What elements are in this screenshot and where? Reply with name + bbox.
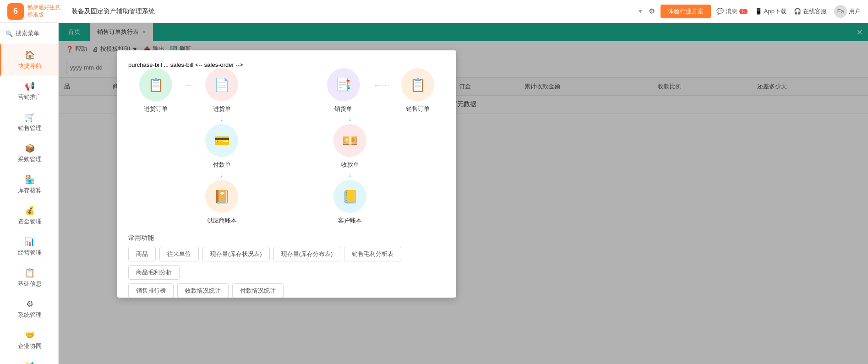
flow-circle-purchase-bill: 📄 (205, 68, 238, 101)
handshake-icon: 🤝 (25, 330, 35, 340)
sidebar-item-label: 快捷导航 (18, 62, 42, 70)
flow-node-receipt[interactable]: 💴 收款单 (322, 124, 377, 169)
headset-icon: 🎧 (794, 8, 801, 15)
flow-node-customer-ledger[interactable]: 📒 客户账本 (322, 180, 377, 225)
beginner-icon: 🔰 (25, 361, 35, 364)
func-btn-stock-dist[interactable]: 现存量(库存分布表) (273, 247, 341, 261)
flow-circle-receipt: 💴 (333, 124, 366, 157)
flow-label-sales-order: 销售订单 (406, 105, 430, 113)
sidebar-item-basic-info[interactable]: 📋 基础信息 (0, 262, 58, 293)
logo-icon: 6 (7, 3, 24, 20)
dropdown-arrow-icon[interactable]: ▼ (638, 8, 643, 15)
settings-icon[interactable]: ⚙ (649, 7, 655, 16)
flow-circle-sales-order: 📋 (401, 68, 434, 101)
modal-overlay[interactable]: purchase-bill ... sales-bill <-- sales-o… (59, 23, 868, 364)
home-icon: 🏠 (25, 50, 35, 60)
sidebar-item-finance[interactable]: 💰 资金管理 (0, 200, 58, 231)
gear-icon: ⚙ (26, 299, 33, 309)
arrow-right-icon: → (185, 81, 192, 100)
sidebar-item-beginner[interactable]: 🔰 新手引导 (0, 356, 58, 364)
search-menu-label: 搜索菜单 (16, 29, 39, 38)
func-btn-sales-rank[interactable]: 销售排行榜 (128, 283, 174, 298)
common-functions-title: 常用功能 (128, 234, 445, 242)
package-icon: 📦 (25, 143, 35, 153)
arrow-down-icon-customer: ↓ (348, 171, 352, 178)
flow-label-receipt: 收款单 (341, 161, 359, 169)
func-btn-product[interactable]: 商品 (128, 247, 156, 261)
search-icon: 🔍 (5, 30, 13, 37)
megaphone-icon: 📢 (25, 81, 35, 91)
sidebar: 🔍 搜索菜单 🏠 快捷导航 📢 营销推广 🛒 销售管理 📦 采购管理 (0, 23, 59, 364)
flow-label-sales-bill: 销货单 (334, 105, 352, 113)
app-download-button[interactable]: 📱 App下载 (755, 7, 786, 16)
flow-label-customer-ledger: 客户账本 (338, 217, 362, 225)
func-btn-stock-status[interactable]: 现存量(库存状况表) (202, 247, 270, 261)
flow-label-supplier-ledger: 供应商账本 (207, 217, 237, 225)
func-btn-payment-stats[interactable]: 付款情况统计 (232, 283, 284, 298)
sidebar-item-sales-mgmt[interactable]: 🛒 销售管理 (0, 107, 58, 138)
sidebar-item-enterprise[interactable]: 🤝 企业协同 (0, 325, 58, 356)
flow-circle-supplier-ledger: 📔 (205, 180, 238, 213)
message-icon: 💬 (716, 8, 724, 15)
sidebar-item-inventory[interactable]: 🏪 库存核算 (0, 169, 58, 200)
sidebar-item-label: 采购管理 (18, 155, 42, 163)
func-btn-product-gross[interactable]: 商品毛利分析 (128, 265, 180, 280)
sidebar-item-label: 经营管理 (18, 249, 42, 257)
flow-section: purchase-bill ... sales-bill <-- sales-o… (128, 61, 445, 225)
sidebar-item-label: 资金管理 (18, 217, 42, 226)
sidebar-item-operations[interactable]: 📊 经营管理 (0, 231, 58, 262)
logo-area: 6 畅康通好生意 标准版 (7, 3, 66, 20)
func-btn-partner[interactable]: 往来单位 (159, 247, 199, 261)
message-button[interactable]: 💬 消息 5 (716, 7, 748, 16)
sidebar-item-label: 库存核算 (18, 186, 42, 195)
arrow-down-icon-supplier: ↓ (220, 171, 224, 178)
flow-node-supplier-ledger[interactable]: 📔 供应商账本 (194, 180, 249, 225)
system-title: 装备及固定资产辅助管理系统 (71, 7, 632, 16)
sidebar-item-label: 系统管理 (18, 311, 42, 319)
flow-circle-payment: 💳 (205, 124, 238, 157)
dashed-arrow-icon: ← · · · (373, 81, 388, 101)
sidebar-item-label: 销售管理 (18, 124, 42, 132)
flow-node-purchase-bill[interactable]: 📄 进货单 (194, 68, 249, 113)
flow-circle-sales-bill: 📑 (327, 68, 360, 101)
cart-icon: 🛒 (25, 112, 35, 122)
message-badge: 5 (739, 9, 748, 14)
sidebar-item-marketing[interactable]: 📢 营销推广 (0, 76, 58, 107)
clipboard-icon: 📋 (25, 268, 35, 278)
flow-circle-purchase-order: 📋 (139, 68, 172, 101)
try-button[interactable]: 体验行业方案 (661, 5, 711, 18)
common-functions: 常用功能 商品 往来单位 现存量(库存状况表) 现存量(库存分布表) 销售毛利分… (128, 234, 445, 298)
avatar: Ea (834, 5, 847, 18)
flow-circle-customer-ledger: 📒 (333, 180, 366, 213)
sidebar-item-system-mgmt[interactable]: ⚙ 系统管理 (0, 293, 58, 325)
app-download-icon: 📱 (755, 8, 762, 15)
sidebar-item-purchase-mgmt[interactable]: 📦 采购管理 (0, 138, 58, 169)
flow-label-purchase-bill: 进货单 (213, 105, 231, 113)
chart-icon: 📊 (25, 237, 35, 247)
flow-label-purchase-order: 进货订单 (144, 105, 168, 113)
func-btn-receipt-stats[interactable]: 收款情况统计 (177, 283, 229, 298)
sidebar-item-label: 基础信息 (18, 280, 42, 288)
flow-node-payment[interactable]: 💳 付款单 (194, 124, 249, 169)
func-buttons-row2: 销售排行榜 收款情况统计 付款情况统计 (128, 283, 445, 298)
flow-node-sales-order[interactable]: 📋 销售订单 (390, 68, 445, 113)
logo-text: 畅康通好生意 标准版 (27, 4, 60, 18)
user-button[interactable]: Ea 用户 (834, 5, 861, 18)
quick-guide-modal: purchase-bill ... sales-bill <-- sales-o… (117, 50, 456, 298)
func-buttons-row1: 商品 往来单位 现存量(库存状况表) 现存量(库存分布表) 销售毛利分析表 商品… (128, 247, 445, 280)
sidebar-search[interactable]: 🔍 搜索菜单 (0, 23, 58, 44)
online-service-button[interactable]: 🎧 在线客服 (794, 7, 827, 16)
arrow-down-icon-right: ↓ (348, 115, 352, 122)
header-right: 💬 消息 5 📱 App下载 🎧 在线客服 Ea 用户 (716, 5, 861, 18)
flow-node-purchase-order[interactable]: 📋 进货订单 (128, 68, 183, 113)
arrow-down-icon-left: ↓ (220, 115, 224, 122)
func-btn-sales-gross[interactable]: 销售毛利分析表 (344, 247, 401, 261)
flow-node-sales-bill[interactable]: 📑 销货单 (316, 68, 371, 113)
money-icon: 💰 (25, 206, 35, 216)
sidebar-item-label: 企业协同 (18, 342, 42, 350)
store-icon: 🏪 (25, 174, 35, 185)
sidebar-item-quick-nav[interactable]: 🏠 快捷导航 (0, 44, 58, 76)
flow-label-payment: 付款单 (213, 161, 231, 169)
sidebar-item-label: 营销推广 (18, 93, 42, 101)
